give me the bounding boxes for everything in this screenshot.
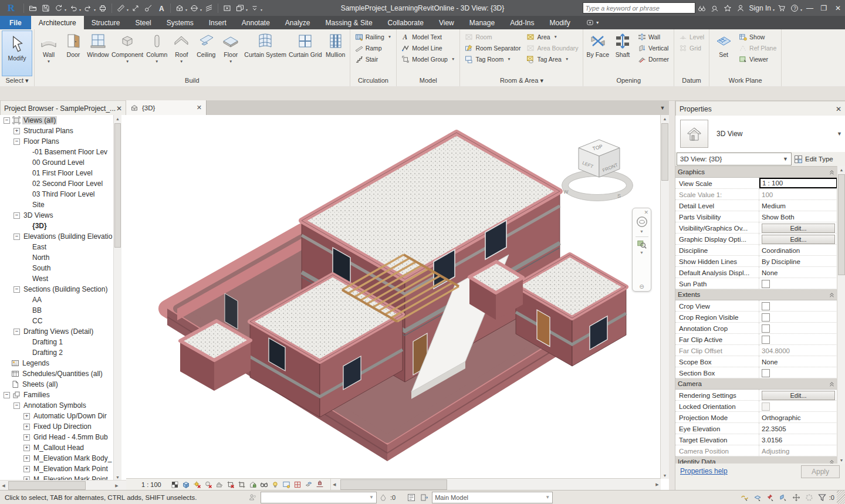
tree-item-views-all[interactable]: −Views (all) [0,115,126,126]
tag-room-dropdown-icon[interactable]: ▼ [507,57,511,61]
editable-only-icon[interactable] [378,493,388,502]
tree-item-drafting-views-detail[interactable]: −Drafting Views (Detail) [0,326,126,337]
property-value-crop-view[interactable] [759,300,837,311]
visibility-graphics-ov-button[interactable]: Edit... [762,224,835,233]
tab-systems[interactable]: Systems [159,16,201,29]
area-button[interactable]: Area▼ [525,31,580,42]
tab-add-ins[interactable]: Add-Ins [502,16,542,29]
tree-item-01-first-floor-level[interactable]: 01 First Floor Level [0,168,126,178]
sun-path-off-icon[interactable] [192,480,202,489]
navigation-bar[interactable]: ✕ ▼ ▼ ⊖ [632,208,651,292]
select-by-face-icon[interactable] [778,493,789,502]
text-icon[interactable]: A [156,3,167,13]
wall-dropdown-icon[interactable]: ▼ [47,58,50,65]
component-button[interactable]: Component▼ [110,31,144,65]
tree-item-floor-plans[interactable]: −Floor Plans [0,136,126,147]
measure-dropdown-icon[interactable]: ▾ [127,8,129,12]
undo-dropdown-icon[interactable]: ▾ [79,8,81,12]
temporary-view-properties-icon[interactable] [282,480,292,489]
panel-datum-title[interactable]: Datum [674,77,709,86]
component-dropdown-icon[interactable]: ▼ [126,58,129,65]
analytical-model-icon[interactable] [293,480,303,489]
property-value-camera-position[interactable]: Adjusting [759,445,837,456]
project-browser-close-icon[interactable]: ✕ [116,104,122,113]
ceiling-button[interactable]: Ceiling [194,31,218,59]
model-group-dropdown-icon[interactable]: ▼ [451,57,455,61]
view-tabs-menu-icon[interactable]: ▼ [656,100,669,115]
property-value-eye-elevation[interactable]: 22.3505 [759,423,837,434]
panel-model-title[interactable]: Model [397,77,459,86]
view-scale-button[interactable]: 1 : 100 [141,481,161,488]
tree-expander-icon[interactable]: − [13,329,20,335]
curtain-grid-button[interactable]: Curtain Grid [288,31,323,59]
wheel-menu-icon[interactable]: ▼ [640,229,644,234]
property-value-show-hidden-lines[interactable]: By Discipline [759,256,837,266]
tree-item-south[interactable]: South [0,263,126,273]
customize-icon[interactable] [249,3,261,13]
save-icon[interactable] [40,3,52,13]
tab-file[interactable]: File [0,16,31,29]
property-value-far-clip-active[interactable] [759,334,837,344]
project-browser-hscrollbar[interactable]: ◀ ▶ [0,480,126,491]
temporary-hide-isolate-icon[interactable] [259,480,269,489]
zoom-tool-icon[interactable] [637,239,647,249]
tree-item-families[interactable]: −Families [0,390,126,400]
select-links-icon[interactable] [739,493,750,502]
section-dropdown-icon[interactable]: ▾ [200,8,202,12]
wall-button[interactable]: Wall▼ [36,31,61,65]
tree-expander-icon[interactable]: + [23,424,30,430]
curtain-system-button[interactable]: Curtain System [243,31,288,59]
panel-circulation-title[interactable]: Circulation [350,77,397,86]
roof-button[interactable]: Roof▼ [169,31,194,65]
tab-manage[interactable]: Manage [462,16,502,29]
window-button[interactable]: Window [86,31,110,59]
tree-item-elevations-building-elevatio[interactable]: −Elevations (Building Elevatio [0,231,126,242]
vertical-button[interactable]: Vertical [636,42,671,53]
tab-annotate[interactable]: Annotate [234,16,278,29]
panel-work-plane-title[interactable]: Work Plane [709,77,781,86]
switch-windows-dropdown-icon[interactable]: ▾ [246,8,248,12]
property-value-rendering-settings[interactable]: Edit... [759,390,837,400]
section-header-extents[interactable]: Extents [675,289,837,300]
tree-expander-icon[interactable]: − [4,117,10,124]
tree-item-02-second-floor-level[interactable]: 02 Second Floor Level [0,178,126,189]
navbar-minimize-icon[interactable]: ⊖ [639,283,644,290]
tab-massing-site[interactable]: Massing & Site [318,16,380,29]
wall-button[interactable]: Wall [636,31,671,42]
property-value-annotation-crop[interactable] [759,323,837,333]
railing-dropdown-icon[interactable]: ▼ [388,35,391,39]
tree-expander-icon[interactable]: + [23,455,30,462]
switch-windows-icon[interactable] [234,3,246,13]
sign-in-label[interactable]: Sign In [749,4,771,12]
project-browser-header[interactable]: Project Browser - SampleProject_... ✕ [0,100,126,116]
help-search-input[interactable]: Type a keyword or phrase [583,2,695,13]
viewer-button[interactable]: Viewer [737,53,778,65]
properties-vscrollbar[interactable]: ▲ ▼ [837,166,845,464]
thin-lines-icon[interactable] [203,3,215,13]
panel-opening-title[interactable]: Opening [583,77,674,86]
property-value-default-analysis-displ[interactable]: None [759,267,837,278]
apply-button[interactable]: Apply [801,465,840,478]
model-canvas[interactable]: W S TOP LEFT FRONT ✕ ▼ ▼ ⊖ [126,115,661,479]
project-browser-vscrollbar[interactable]: ▲ ▼ [113,115,121,481]
help-icon[interactable]: ? [789,3,800,13]
tab-analyze[interactable]: Analyze [278,16,318,29]
sign-in-dropdown-icon[interactable]: ▾ [773,8,775,12]
tree-item-00-ground-level[interactable]: 00 Ground Level [0,157,126,168]
type-selector[interactable]: 3D View ▼ [675,116,845,153]
tree-item-3d[interactable]: {3D} [0,221,126,231]
property-value-visibility-graphics-ov[interactable]: Edit... [759,222,837,233]
default-3d-view-icon[interactable] [174,3,185,13]
door-button[interactable]: Door [61,31,86,59]
tree-item-fixed-up-direction[interactable]: +Fixed Up Direction [0,421,126,432]
favorites-icon[interactable] [722,3,734,13]
area-dropdown-icon[interactable]: ▼ [554,35,557,39]
collapse-chevron-icon[interactable] [829,292,835,298]
tab-collaborate[interactable]: Collaborate [380,16,431,29]
minimize-button[interactable]: — [803,2,817,14]
element-type-combo[interactable]: 3D View: {3D}▼ [677,153,792,165]
tree-item-03-third-floor-level[interactable]: 03 Third Floor Level [0,189,126,199]
shaft-button[interactable]: Shaft [610,31,635,59]
reveal-hidden-elements-icon[interactable] [271,480,280,489]
detail-level-icon[interactable] [170,480,180,489]
